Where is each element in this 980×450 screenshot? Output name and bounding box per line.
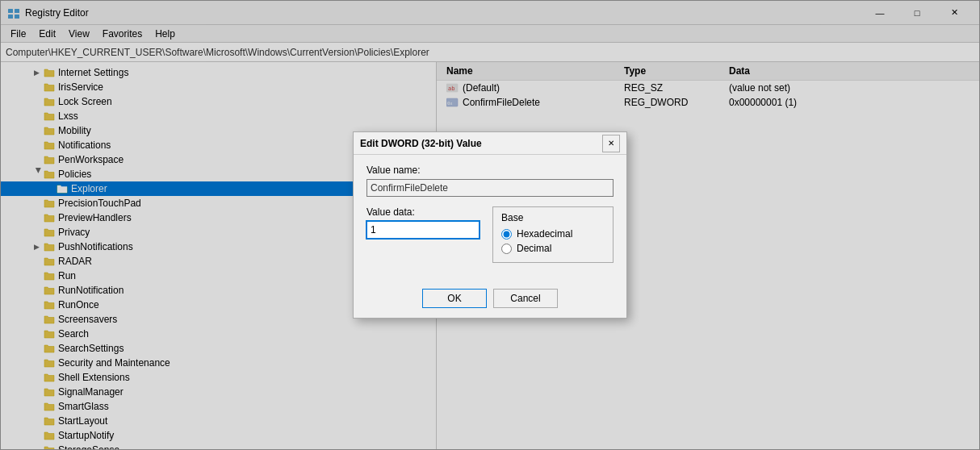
base-group: Base Hexadecimal Decimal (492, 206, 614, 263)
modal-title: Edit DWORD (32-bit) Value (360, 138, 602, 149)
modal-body: Value name: Value data: Base Hexadecimal (354, 155, 626, 282)
modal-footer: OK Cancel (354, 282, 626, 318)
value-base-row: Value data: Base Hexadecimal Decimal (366, 206, 614, 263)
modal-close-button[interactable]: ✕ (602, 135, 620, 152)
value-data-group: Value data: (366, 206, 480, 253)
hexadecimal-radio[interactable] (501, 229, 512, 240)
decimal-radio-label[interactable]: Decimal (501, 243, 605, 254)
value-data-input[interactable] (366, 221, 480, 239)
cancel-button[interactable]: Cancel (493, 289, 558, 308)
decimal-radio[interactable] (501, 244, 512, 254)
value-name-group: Value name: (366, 165, 614, 197)
value-name-label: Value name: (366, 165, 614, 176)
decimal-label: Decimal (517, 243, 551, 254)
modal-title-bar: Edit DWORD (32-bit) Value ✕ (354, 132, 626, 155)
ok-button[interactable]: OK (422, 289, 487, 308)
value-data-label: Value data: (366, 206, 480, 218)
value-name-input[interactable] (366, 179, 614, 197)
base-label: Base (501, 212, 605, 223)
edit-dword-dialog: Edit DWORD (32-bit) Value ✕ Value name: … (353, 131, 627, 319)
hexadecimal-label: Hexadecimal (517, 228, 572, 240)
hexadecimal-radio-label[interactable]: Hexadecimal (501, 228, 605, 240)
modal-overlay: Edit DWORD (32-bit) Value ✕ Value name: … (0, 0, 980, 450)
